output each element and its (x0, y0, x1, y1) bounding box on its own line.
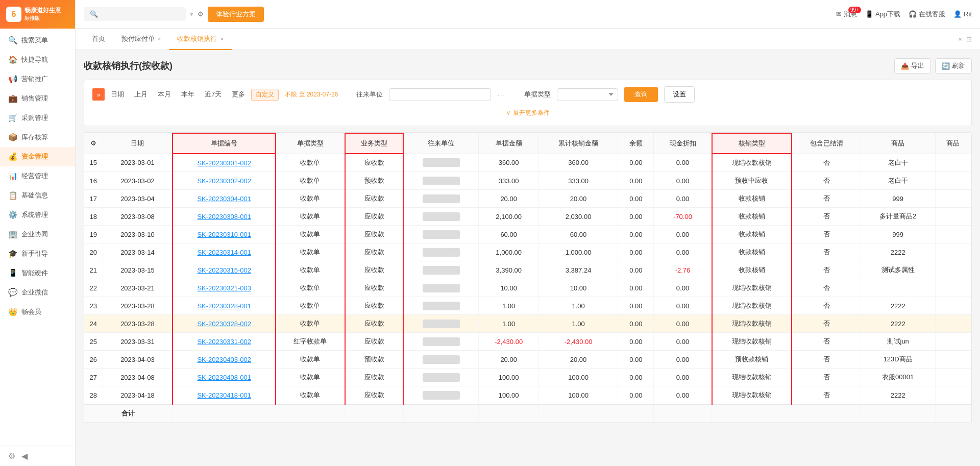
sidebar-item-corp[interactable]: 🏢企业协同 (0, 225, 75, 244)
bill-no-link[interactable]: SK-20230328-002 (197, 320, 251, 328)
sidebar-item-marketing[interactable]: 📢营销推广 (0, 69, 75, 89)
bill-no-link[interactable]: SK-20230408-001 (197, 374, 251, 381)
bill-no-link[interactable]: SK-20230301-002 (197, 159, 251, 167)
sidebar-item-system[interactable]: ⚙️系统管理 (0, 205, 75, 225)
tab-cancel-exec[interactable]: 收款核销执行 × (169, 29, 231, 50)
cell-incl-settled: 否 (792, 297, 861, 315)
sidebar-item-member[interactable]: 👑畅会员 (0, 302, 75, 322)
th-goods2: 商品 (935, 133, 971, 154)
tab-prepay-close[interactable]: × (158, 36, 161, 42)
bill-no-link[interactable]: SK-20230328-001 (197, 302, 251, 310)
sidebar-nav: 🔍搜索菜单🏠快捷导航📢营销推广💼销售管理🛒采购管理📦库存核算💰资金管理📊经营管理… (0, 29, 75, 446)
sidebar-item-base[interactable]: 📋基础信息 (0, 186, 75, 205)
sidebar-item-hardware[interactable]: 📱智能硬件 (0, 263, 75, 283)
date-custom-btn[interactable]: 自定义 (251, 89, 279, 101)
sidebar-item-inventory[interactable]: 📦库存核算 (0, 128, 75, 147)
bill-no-link[interactable]: SK-20230331-002 (197, 338, 251, 346)
bill-no-link[interactable]: SK-20230418-001 (197, 391, 251, 399)
cell-bill-type: 收款单 (276, 351, 345, 369)
cell-amount: 1.00 (479, 315, 539, 333)
cell-bill-type: 收款单 (276, 369, 345, 386)
date-this-year[interactable]: 本年 (177, 89, 199, 100)
cell-cancel-type: 收款核销 (712, 243, 792, 261)
online-service-btn[interactable]: 🎧 在线客服 (909, 10, 945, 19)
bill-no-link[interactable]: SK-20230304-001 (197, 195, 251, 203)
refresh-btn[interactable]: 🔄 刷新 (935, 58, 972, 73)
date-7days[interactable]: 近7天 (201, 89, 226, 100)
sidebar-item-quick[interactable]: 🏠快捷导航 (0, 50, 75, 69)
cell-bill-type: 收款单 (276, 172, 345, 190)
tab-cancel-exec-close[interactable]: × (220, 36, 223, 42)
bill-no-link[interactable]: SK-20230302-002 (197, 177, 251, 185)
bill-no-link[interactable]: SK-20230321-003 (197, 284, 251, 292)
filter-expand-btn[interactable]: » (92, 88, 105, 101)
window-maximize-icon[interactable]: ⊡ (966, 35, 972, 43)
bill-no-link[interactable]: SK-20230308-001 (197, 213, 251, 220)
cell-bill-type: 收款单 (276, 279, 345, 297)
sidebar-item-sales[interactable]: 💼销售管理 (0, 89, 75, 108)
app-logo-icon: 6 (6, 7, 21, 22)
sidebar-item-finance[interactable]: 💰资金管理 (0, 147, 75, 166)
cell-amount: 1,000.00 (479, 243, 539, 261)
tab-prepay[interactable]: 预付应付单 × (113, 29, 169, 50)
cell-bill-no: SK-20230314-001 (173, 243, 276, 261)
th-gear[interactable]: ⚙ (84, 133, 103, 154)
footer-bill-type (276, 404, 345, 423)
window-close-icon[interactable]: × (958, 35, 962, 43)
bill-no-link[interactable]: SK-20230403-002 (197, 356, 251, 363)
main-content: 🔍 ▾ ⚙ 体验行业方案 ✉ 消息 99+ 📱 App下载 🎧 在线客服 👤 (76, 0, 980, 466)
bill-type-select[interactable] (557, 88, 618, 101)
cell-date: 2023-03-02 (103, 172, 173, 190)
sidebar-item-wechat[interactable]: 💬企业微信 (0, 283, 75, 302)
industry-btn[interactable]: 体验行业方案 (208, 7, 264, 22)
quick-icon: 🏠 (8, 55, 17, 64)
topbar-search[interactable]: 🔍 (84, 7, 186, 21)
partner-input[interactable] (389, 88, 491, 101)
message-icon: ✉ (836, 10, 842, 18)
date-last-month[interactable]: 上月 (130, 89, 152, 100)
th-amount: 单据金额 (479, 133, 539, 154)
cell-bill-no: SK-20230302-002 (173, 172, 276, 190)
table-row: 27 2023-04-08 SK-20230408-001 收款单 应收款 ██… (84, 369, 971, 386)
cell-bill-no: SK-20230331-002 (173, 333, 276, 351)
bill-no-link[interactable]: SK-20230315-002 (197, 266, 251, 274)
query-btn[interactable]: 查询 (624, 87, 658, 102)
cell-bill-type: 收款单 (276, 190, 345, 208)
footer-goods (861, 404, 935, 423)
cell-biz-type: 应收款 (345, 190, 403, 208)
filter-settings-btn[interactable]: 设置 (664, 86, 695, 103)
export-btn[interactable]: 📤 导出 (894, 58, 931, 73)
cell-partner: ████ (403, 386, 479, 405)
cell-biz-type: 预收款 (345, 172, 403, 190)
sidebar-item-purchase[interactable]: 🛒采购管理 (0, 108, 75, 128)
th-biz-type: 业务类型 (345, 133, 403, 154)
settings-icon[interactable]: ⚙ (8, 451, 15, 461)
date-shortcuts: 上月 本月 本年 近7天 更多 自定义 (130, 89, 279, 101)
date-more[interactable]: 更多 (228, 89, 249, 100)
tab-home[interactable]: 首页 (84, 29, 113, 50)
table-row: 20 2023-03-14 SK-20230314-001 收款单 应收款 ██… (84, 243, 971, 261)
sidebar-item-guide[interactable]: 🎓新手引导 (0, 244, 75, 263)
cell-discount: 0.00 (654, 333, 712, 351)
cell-amount: 360.00 (479, 154, 539, 172)
footer-partner (403, 404, 479, 423)
table-body: 15 2023-03-01 SK-20230301-002 收款单 应收款 ██… (84, 154, 971, 423)
date-this-month[interactable]: 本月 (154, 89, 175, 100)
cell-cancel-type: 收款核销 (712, 208, 792, 226)
cell-bill-no: SK-20230403-002 (173, 351, 276, 369)
topbar-chevron-icon[interactable]: ▾ (190, 10, 193, 18)
collapse-icon[interactable]: ◀ (21, 451, 28, 461)
message-btn[interactable]: ✉ 消息 99+ (836, 10, 857, 19)
tab-prepay-label: 预付应付单 (121, 34, 155, 43)
app-download-btn[interactable]: 📱 App下载 (865, 10, 900, 19)
sidebar-item-search[interactable]: 🔍搜索菜单 (0, 31, 75, 50)
topbar-gear-icon[interactable]: ⚙ (198, 10, 204, 18)
bill-no-link[interactable]: SK-20230314-001 (197, 249, 251, 256)
cell-goods: 老白干 (861, 172, 935, 190)
bill-no-link[interactable]: SK-20230310-001 (197, 231, 251, 238)
expand-more-btn[interactable]: ∨ 展开更多条件 (504, 107, 551, 119)
cell-cancel-type: 现结收款核销 (712, 386, 792, 405)
th-incl-settled: 包含已结清 (792, 133, 861, 154)
user-avatar[interactable]: 👤 Rit (953, 10, 972, 18)
sidebar-item-ops[interactable]: 📊经营管理 (0, 166, 75, 186)
